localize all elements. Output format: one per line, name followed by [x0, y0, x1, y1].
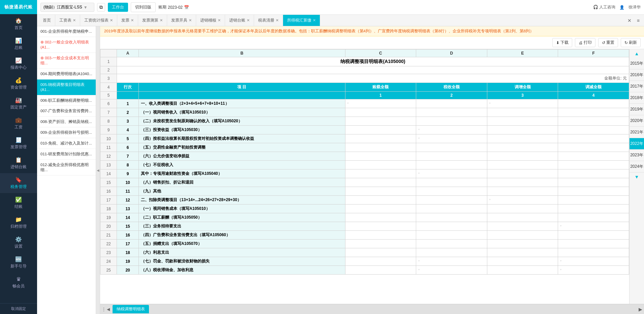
left-item-6[interactable]: 006-职工薪酬纳税调整明细...: [37, 95, 96, 106]
user-avatar[interactable]: 👤: [619, 5, 624, 10]
sidebar-item-label: 设置: [14, 244, 23, 249]
switch-version-button[interactable]: 切到旧版: [131, 2, 156, 12]
sidebar-item-asset[interactable]: 💰 资金管理: [0, 74, 37, 94]
download-button[interactable]: ⬇ 下载: [552, 38, 572, 47]
table-area[interactable]: A B C D E F 1 纳税调: [100, 49, 629, 304]
year-2015[interactable]: 2015年: [630, 58, 644, 69]
tab-invoice-calc[interactable]: 发票测算 ✕: [138, 15, 167, 26]
header-xiangmu: 项 目: [139, 83, 345, 92]
sidebar-item-report[interactable]: 📈 报表中心: [0, 54, 37, 74]
copy-button[interactable]: ⧉: [97, 3, 105, 11]
tab-payroll-stats[interactable]: 工资统计报表 ✕: [80, 15, 117, 26]
calendar-icon[interactable]: 📅: [184, 5, 189, 10]
table-row: 2116（四）广告费和业务宣传费支出（填写A105060）: [100, 231, 629, 240]
left-item-2[interactable]: ⊗ 002-一般企业收入明细表(A1...: [37, 37, 96, 53]
main-area: (物副）江西股宝-LSS ▼ ⧉ 工作台 切到旧版 账期 2023-02 📅 🎧…: [37, 0, 644, 314]
tab-close-icon[interactable]: ✕: [160, 18, 163, 23]
col-rownum: [100, 50, 117, 57]
sidebar-item-ledger[interactable]: 📊 总账: [0, 34, 37, 54]
year-2017[interactable]: 2017年: [630, 81, 644, 92]
tab-close-icon[interactable]: ✕: [73, 18, 76, 23]
collapse-button[interactable]: 取消固定: [0, 303, 37, 314]
year-2022[interactable]: 2022年: [630, 138, 644, 150]
sidebar-item-payroll[interactable]: 💼 工资: [0, 114, 37, 133]
bottom-tab-main[interactable]: 纳税调整明细表: [113, 305, 149, 313]
tab-tax-clear[interactable]: 税表清册 ✕: [254, 15, 283, 26]
sidebar-item-fixed-asset[interactable]: 🏭 固定资产: [0, 94, 37, 114]
sidebar-item-settings[interactable]: ⚙️ 设置: [0, 233, 37, 253]
tab-close-icon[interactable]: ✕: [110, 18, 113, 23]
sidebar-item-guide[interactable]: 🆕 新手引导: [0, 253, 37, 273]
sidebar-item-invoice[interactable]: 🧾 发票管理: [0, 133, 37, 153]
notice-text: 2019年度涉及取以前年度继续数据的申报表单元格需要手工维护正确，才能保证本年及…: [104, 29, 534, 33]
sidebar-item-archive[interactable]: 📁 归档管理: [0, 213, 37, 233]
sidebar-item-label: 归档管理: [10, 224, 27, 229]
sidebar-item-tax[interactable]: 🔖 税务管理: [0, 173, 37, 193]
table-row: 3 金额单位: 元: [100, 74, 629, 83]
year-2020[interactable]: 2020年: [630, 115, 644, 127]
company-selector[interactable]: (物副）江西股宝-LSS ▼: [40, 3, 94, 12]
left-item-5[interactable]: 005-纳税调整项目明细表(A1...: [37, 80, 96, 95]
left-item-4[interactable]: 004-期间费用明细表(A1040...: [37, 69, 96, 80]
topbar: (物副）江西股宝-LSS ▼ ⧉ 工作台 切到旧版 账期 2023-02 📅 🎧…: [37, 0, 644, 15]
left-item-10[interactable]: 010-免税、减计收入及加计...: [37, 138, 96, 149]
tab-label: 发票: [121, 18, 129, 23]
sidebar-item-vip[interactable]: ♛ 畅会员: [0, 273, 37, 292]
tab-income-tax[interactable]: 所得税汇算缴 ✕: [283, 15, 320, 26]
close-all-tabs-button[interactable]: ✕: [625, 16, 634, 25]
table-year-container: A B C D E F 1 纳税调: [100, 49, 644, 304]
table-row: 2520（八）税收滞纳金、加收利息**: [100, 266, 629, 275]
right-main: 2019年度涉及取以前年度继续数据的申报表单元格需要手工维护正确，才能保证本年及…: [100, 26, 644, 314]
sidebar-item-purchase[interactable]: 📋 进销台账: [0, 153, 37, 173]
sidebar-item-checkout[interactable]: ✅ 结账: [0, 193, 37, 213]
tab-close-icon[interactable]: ✕: [131, 18, 134, 23]
year-2016[interactable]: 2016年: [630, 69, 644, 81]
col-A: A: [117, 50, 139, 57]
tab-home[interactable]: 首页: [39, 15, 55, 26]
year-2021[interactable]: 2021年: [630, 127, 644, 138]
tab-invoice[interactable]: 发票 ✕: [117, 15, 138, 26]
year-2018[interactable]: 2018年: [630, 92, 644, 104]
bottom-scroll-left[interactable]: ⋮ ◀: [102, 307, 110, 312]
tab-label: 发票测算: [142, 18, 158, 23]
sidebar-item-home[interactable]: 🏠 首页: [0, 14, 37, 34]
left-item-7[interactable]: 007-广告费和业务宣传费跨...: [37, 106, 96, 117]
tab-purchase-check[interactable]: 进销稽核 ✕: [196, 15, 225, 26]
refresh-button[interactable]: ↻ 刷新: [621, 38, 641, 47]
reset-button[interactable]: ↺ 重置: [598, 38, 618, 47]
tab-payroll[interactable]: 工资表 ✕: [55, 15, 80, 26]
table-row: 149 其中：专项用途财政性资金（填写A105040）*: [100, 169, 629, 178]
tab-close-icon[interactable]: ✕: [247, 18, 250, 23]
table-row: 2015（三）业务招待要支出*: [100, 222, 629, 231]
tab-close-icon[interactable]: ✕: [189, 18, 192, 23]
left-item-11[interactable]: 011-研发费用加计扣除优惠...: [37, 149, 96, 160]
header-col2: 税收全额: [416, 83, 487, 92]
left-item-12[interactable]: 012-减免企业所得税优惠明细...: [37, 160, 96, 176]
tab-close-icon[interactable]: ✕: [276, 18, 279, 23]
tab-close-icon[interactable]: ✕: [218, 18, 221, 23]
scroll-right-icon[interactable]: ▶: [639, 307, 642, 312]
year-down-button[interactable]: ▼: [630, 172, 644, 181]
year-panel: ▲ 2015年 2016年 2017年 2018年 2019年 2020年 20…: [629, 49, 644, 304]
more-tabs-button[interactable]: ≡: [634, 16, 642, 25]
year-2019[interactable]: 2019年: [630, 104, 644, 115]
user-name[interactable]: 徐泽华: [628, 4, 641, 10]
year-2024[interactable]: 2024年: [630, 161, 644, 172]
tab-close-icon[interactable]: ✕: [313, 18, 316, 23]
panel-collapse-handle[interactable]: ◀: [96, 26, 100, 314]
consult-button[interactable]: 🎧 人工咨询: [593, 4, 615, 10]
left-item-1[interactable]: 001-企业所得税年度纳税申...: [37, 26, 96, 37]
tab-purchase-ledger[interactable]: 进销台账 ✕: [225, 15, 254, 26]
left-item-8[interactable]: 008-资产折旧、摊销及纳税...: [37, 117, 96, 127]
workbench-button[interactable]: 工作台: [108, 3, 128, 12]
notice-bar: 2019年度涉及取以前年度继续数据的申报表单元格需要手工维护正确，才能保证本年及…: [100, 26, 644, 36]
header-col1: 账载全额: [345, 83, 416, 92]
left-item-9[interactable]: 009-企业所得税弥补亏损明...: [37, 127, 96, 138]
left-item-3[interactable]: ⊗ 003-一般企业成本支出明细...: [37, 53, 96, 69]
reset-icon: ↺: [602, 40, 605, 45]
year-2023[interactable]: 2023年: [630, 150, 644, 161]
table-row: 116（五）交易性金融资产初始投资调整: [100, 143, 629, 152]
tab-invoice-open[interactable]: 发票开具 ✕: [167, 15, 196, 26]
year-up-button[interactable]: ▲: [630, 49, 644, 58]
print-button[interactable]: 🖨 打印: [575, 38, 595, 47]
